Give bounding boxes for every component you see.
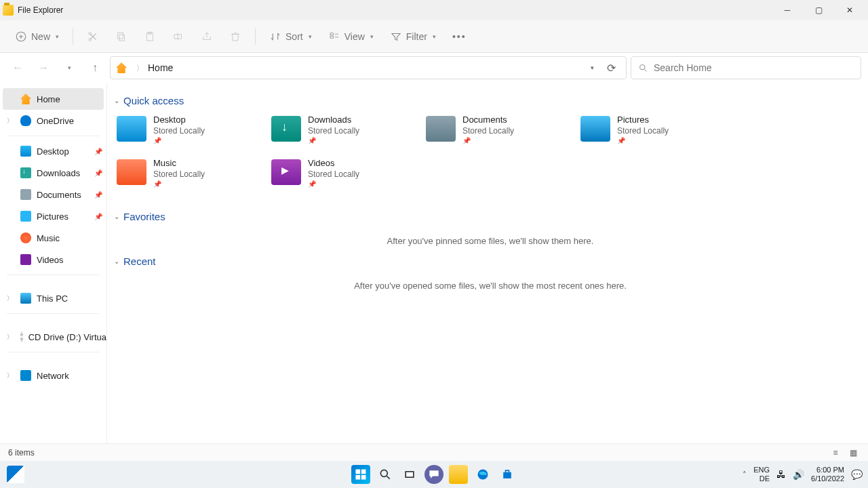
search-box[interactable]: [631, 56, 861, 79]
start-button[interactable]: [351, 465, 370, 484]
folder-item[interactable]: Videos Stored Locally 📌: [267, 155, 422, 199]
sidebar-label: This PC: [37, 293, 68, 304]
svg-rect-14: [361, 475, 366, 480]
chevron-right-icon[interactable]: 〉: [7, 294, 13, 303]
sidebar-item-thispc[interactable]: 〉 This PC: [0, 287, 106, 309]
task-view-icon: [403, 468, 416, 481]
sidebar-label: Downloads: [37, 168, 80, 178]
plus-circle-icon: [15, 30, 27, 43]
home-icon: [116, 62, 127, 73]
taskbar-search-button[interactable]: [376, 465, 395, 484]
chevron-right-icon[interactable]: 〉: [7, 371, 13, 380]
forward-button[interactable]: →: [33, 57, 54, 79]
refresh-button[interactable]: ⟳: [601, 62, 620, 75]
ellipsis-icon: •••: [452, 31, 467, 42]
sidebar-item-network[interactable]: 〉 Network: [0, 365, 106, 386]
pc-icon: [20, 293, 31, 304]
view-button[interactable]: View ▾: [321, 25, 380, 48]
chevron-right-icon[interactable]: 〉: [7, 333, 13, 342]
more-button[interactable]: •••: [446, 25, 473, 48]
store-button[interactable]: [498, 465, 517, 484]
time: 6:00 PM: [811, 466, 844, 474]
sidebar-item-music[interactable]: Music: [0, 227, 106, 249]
sidebar-item-pictures[interactable]: Pictures 📌: [0, 205, 106, 227]
folder-location: Stored Locally: [153, 169, 205, 179]
address-bar[interactable]: 〉 Home ▾ ⟳: [110, 56, 627, 79]
recent-locations-button[interactable]: ▾: [58, 57, 80, 79]
maximize-button[interactable]: ▢: [803, 0, 834, 20]
sidebar-item-videos[interactable]: Videos: [0, 249, 106, 270]
chat-button[interactable]: [425, 465, 443, 484]
sort-button[interactable]: Sort ▾: [262, 25, 319, 48]
folder-location: Stored Locally: [308, 126, 359, 136]
svg-rect-9: [330, 36, 334, 38]
widgets-button[interactable]: [7, 466, 24, 483]
pin-icon: 📌: [94, 148, 102, 155]
file-explorer-taskbar-button[interactable]: [449, 465, 468, 484]
paste-icon: [144, 30, 156, 43]
pin-icon: 📌: [153, 137, 205, 144]
back-button[interactable]: ←: [7, 57, 28, 79]
folder-item[interactable]: Downloads Stored Locally 📌: [267, 112, 422, 155]
quick-access-grid: Desktop Stored Locally 📌 Downloads Store…: [113, 112, 868, 199]
documents-icon: [20, 189, 31, 200]
volume-tray-icon[interactable]: 🔊: [793, 469, 804, 480]
up-button[interactable]: ↑: [84, 57, 106, 79]
view-label: View: [344, 31, 365, 42]
rename-button[interactable]: [165, 25, 191, 48]
minimize-button[interactable]: ─: [772, 0, 803, 20]
section-favorites[interactable]: ⌄ Favorites: [114, 211, 868, 222]
sidebar-item-desktop[interactable]: Desktop 📌: [0, 140, 106, 162]
svg-point-15: [380, 470, 387, 476]
language-indicator[interactable]: ENG DE: [753, 466, 770, 483]
chevron-down-icon: ⌄: [114, 258, 119, 265]
chevron-down-icon: ⌄: [114, 97, 119, 104]
folder-name: Videos: [308, 158, 359, 168]
sidebar-item-onedrive[interactable]: 〉 OneDrive: [0, 110, 106, 131]
share-icon: [201, 30, 213, 43]
breadcrumb-home[interactable]: Home: [148, 62, 173, 73]
paste-button[interactable]: [137, 25, 163, 48]
rename-icon: [172, 30, 184, 43]
section-quick-access[interactable]: ⌄ Quick access: [114, 95, 868, 106]
edge-button[interactable]: [473, 465, 492, 484]
cut-icon: [87, 30, 99, 43]
notifications-button[interactable]: 💬: [851, 469, 863, 480]
address-dropdown-button[interactable]: ▾: [583, 64, 601, 71]
videos-icon: [20, 254, 31, 265]
sidebar-label: Pictures: [37, 211, 68, 222]
toolbar: New ▾ Sort ▾ View ▾ Filter ▾ •••: [0, 20, 868, 53]
chevron-right-icon[interactable]: 〉: [7, 117, 13, 125]
tray-chevron-button[interactable]: ˄: [743, 470, 747, 479]
task-view-button[interactable]: [400, 465, 419, 484]
svg-rect-3: [119, 35, 125, 41]
icons-view-button[interactable]: ▦: [846, 447, 860, 459]
cut-button[interactable]: [80, 25, 106, 48]
sidebar-item-documents[interactable]: Documents 📌: [0, 184, 106, 205]
copy-button[interactable]: [108, 25, 134, 48]
share-button[interactable]: [194, 25, 220, 48]
delete-button[interactable]: [222, 25, 248, 48]
section-recent[interactable]: ⌄ Recent: [114, 256, 868, 267]
details-view-button[interactable]: ≡: [829, 447, 842, 459]
pin-icon: 📌: [94, 213, 102, 220]
folder-item[interactable]: Documents Stored Locally 📌: [422, 112, 576, 155]
sidebar-item-downloads[interactable]: Downloads 📌: [0, 162, 106, 184]
folder-icon: [117, 116, 146, 142]
network-tray-icon[interactable]: 🖧: [776, 469, 786, 480]
folder-location: Stored Locally: [462, 126, 514, 136]
search-input[interactable]: [654, 62, 854, 73]
folder-item[interactable]: Music Stored Locally 📌: [113, 155, 267, 199]
new-button[interactable]: New ▾: [8, 25, 66, 48]
filter-button[interactable]: Filter ▾: [383, 25, 443, 48]
trash-icon: [229, 30, 241, 43]
pin-icon: 📌: [617, 137, 669, 144]
close-button[interactable]: ✕: [834, 0, 865, 20]
folder-item[interactable]: Pictures Stored Locally 📌: [576, 112, 731, 155]
folder-item[interactable]: Desktop Stored Locally 📌: [113, 112, 267, 155]
chevron-down-icon: ▾: [309, 33, 312, 40]
cloud-icon: [20, 115, 31, 126]
clock[interactable]: 6:00 PM 6/10/2022: [811, 466, 844, 483]
sidebar-item-home[interactable]: Home: [3, 88, 104, 110]
sidebar-item-cddrive[interactable]: 〉 CD Drive (D:) Virtua: [0, 326, 106, 348]
